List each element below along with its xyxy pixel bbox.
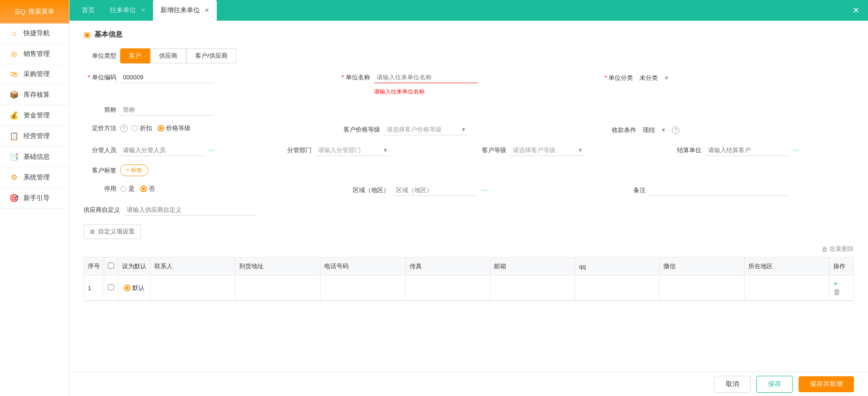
unit-name-input[interactable] [374,72,477,83]
cell-fax[interactable] [405,276,490,301]
sidebar-item-label: 快捷导航 [23,29,50,38]
region-group: 区域（地区） ··· [353,185,594,196]
settlement-unit-input[interactable] [705,145,790,156]
cell-fax-input[interactable] [410,285,487,292]
cell-qq[interactable] [575,276,660,301]
customer-level-select-wrapper[interactable]: 请选择客户等级 ▼ [510,145,585,156]
cell-phone[interactable] [320,276,405,301]
cancel-button[interactable]: 取消 [714,376,751,393]
tab-contacts-close[interactable]: ✕ [141,7,145,14]
col-checkbox[interactable] [104,257,118,276]
add-tag-btn[interactable]: + 标签 [120,164,148,176]
cell-qq-input[interactable] [579,285,655,292]
region-input[interactable] [393,185,478,196]
save-button[interactable]: 保存 [756,376,793,393]
short-name-input[interactable] [120,104,214,116]
department-select-wrapper[interactable]: 请输入分管部门 ▼ [315,145,390,156]
sidebar-item-sales[interactable]: ◎ 销售管理 [0,44,69,64]
cell-email[interactable] [490,276,575,301]
disable-group: 停用 是 否 [84,185,325,193]
sidebar-header[interactable]: ☰Q 搜索菜单 [0,0,69,23]
inventory-icon: 📦 [9,90,19,99]
col-phone: 电话号码 [320,257,405,276]
col-action: 操作 [830,257,853,276]
row-delete-btn[interactable]: 🗑 [833,288,841,296]
tab-home[interactable]: 首页 [74,0,102,21]
manager-input[interactable] [120,145,205,156]
row-default-radio[interactable]: 默认 [122,284,146,292]
sidebar-item-system[interactable]: ⚙ 系统管理 [0,167,69,188]
home-icon: ⌂ [9,29,19,38]
custom-setting-label: 自定义项设置 [98,227,135,236]
sidebar-item-finance[interactable]: 💰 资金管理 [0,105,69,126]
sidebar-item-basics[interactable]: 📑 基础信息 [0,147,69,167]
settlement-more-btn[interactable]: ··· [792,146,801,155]
col-default: 设为默认 [118,257,151,276]
radio-disable-no-label: 否 [149,185,155,193]
tab-contacts[interactable]: 往来单位 ✕ [102,0,153,21]
save-new-button[interactable]: 保存并新增 [799,376,854,392]
cell-region-input[interactable] [748,285,825,292]
customer-level-group: 客户等级 请选择客户等级 ▼ [473,145,659,156]
custom-setting-btn[interactable]: ⚙ 自定义项设置 [84,224,141,239]
cell-email-input[interactable] [494,285,571,292]
region-more-btn[interactable]: ··· [480,186,489,194]
radio-disable-no[interactable]: 否 [140,185,155,193]
customer-level-select[interactable]: 请选择客户等级 [510,145,585,156]
unit-type-both-btn[interactable]: 客户/供应商 [186,48,236,63]
manager-input-wrapper: ··· [120,145,216,156]
radio-discount[interactable]: 折扣 [131,124,152,132]
department-group: 分管部门 请输入分管部门 ▼ [279,145,464,156]
region-input-wrapper: ··· [393,185,489,196]
cell-wechat[interactable] [660,276,745,301]
payment-help-icon[interactable]: ? [672,126,679,134]
cell-phone-input[interactable] [324,285,401,292]
cell-address[interactable] [236,276,320,301]
short-name-label: 简称 [84,106,116,114]
cell-contact[interactable] [151,276,236,301]
unit-type-supplier-btn[interactable]: 供应商 [150,48,186,63]
customer-price-select-wrapper[interactable]: 请选择客户价格等级 ▼ [384,124,468,135]
sidebar-item-newbie[interactable]: 🎯 新手引导 [0,188,69,209]
department-select[interactable]: 请输入分管部门 [315,145,390,156]
unit-name-label: 单位名称 [337,73,370,82]
sales-icon: ◎ [9,49,19,58]
sidebar-item-inventory[interactable]: 📦 库存核算 [0,85,69,105]
tab-new-contact-close[interactable]: ✕ [205,7,209,14]
radio-price-level[interactable]: 价格等级 [158,124,190,132]
supplier-custom-input[interactable] [124,204,255,216]
batch-delete-area: 🗑 批量删除 [84,245,854,253]
cell-address-input[interactable] [239,285,316,292]
cell-wechat-input[interactable] [663,285,740,292]
cell-contact-input[interactable] [154,285,231,292]
search-menu[interactable]: ☰Q 搜索菜单 [15,8,55,16]
row-checkbox[interactable] [108,284,114,290]
sidebar-item-operations[interactable]: 📋 经营管理 [0,126,69,147]
customer-price-select[interactable]: 请选择客户价格等级 [384,124,468,135]
row-add-btn[interactable]: + [833,280,838,287]
sidebar-item-quick-nav[interactable]: ⌂ 快捷导航 [0,23,69,44]
unit-category-group: 单位分类 未分类 ▼ [600,72,854,84]
select-all-checkbox[interactable] [108,263,114,269]
pricing-help-icon[interactable]: ? [120,124,128,132]
batch-delete-label[interactable]: 批量删除 [830,245,854,253]
sidebar-item-purchase[interactable]: 🛍 采购管理 [0,64,69,85]
tags-label: 客户标签 [84,166,116,175]
radio-disable-yes[interactable]: 是 [120,185,135,193]
settlement-input-wrapper: ··· [705,145,801,156]
tabbar-close-btn[interactable]: ✕ [849,5,863,16]
col-wechat: 微信 [660,257,745,276]
manager-more-btn[interactable]: ··· [206,146,216,155]
contacts-table: 序号 设为默认 联系人 到货地址 电话号码 传真 邮箱 qq 微信 所在地区 操… [84,257,853,301]
supplier-custom-label: 供应商自定义 [84,206,120,214]
cell-checkbox[interactable] [104,276,118,301]
unit-type-row: 单位类型 客户 供应商 客户/供应商 [84,48,854,63]
remarks-input[interactable] [649,185,790,196]
sidebar-item-label: 销售管理 [23,50,50,58]
radio-price-level-dot [158,125,164,132]
cell-region[interactable] [744,276,829,301]
unit-code-input[interactable] [120,72,214,83]
unit-type-customer-btn[interactable]: 客户 [120,48,150,63]
tab-new-contact[interactable]: 新增往来单位 ✕ [153,0,217,21]
table-header-row: 序号 设为默认 联系人 到货地址 电话号码 传真 邮箱 qq 微信 所在地区 操… [84,257,853,276]
